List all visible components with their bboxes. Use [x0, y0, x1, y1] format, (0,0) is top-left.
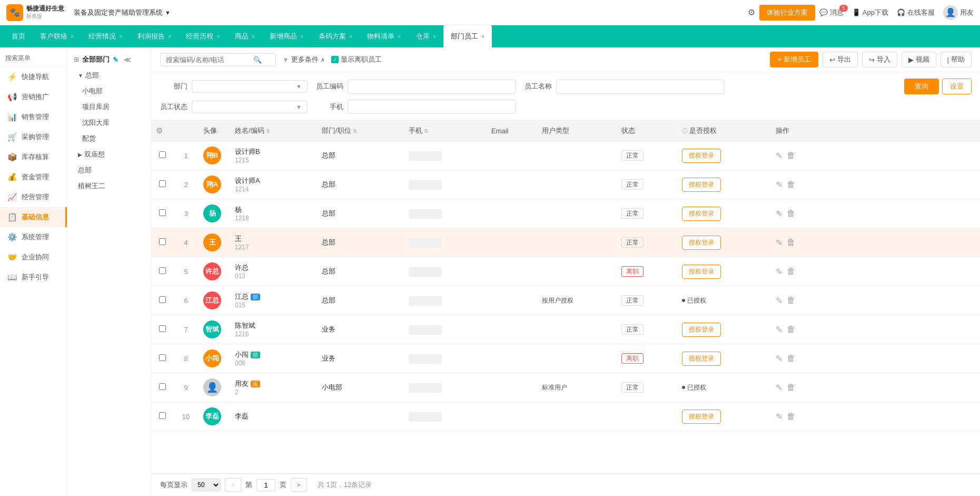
row-checkbox[interactable] [159, 412, 166, 419]
dept-item-shenyang[interactable]: 沈阳大库 [67, 115, 151, 131]
system-selector[interactable]: 装备及固定资产辅助管理系统 ▼ [74, 8, 739, 17]
message-button[interactable]: 💬 消息 5 [819, 8, 844, 17]
row-checkbox[interactable] [159, 325, 166, 332]
tab-business[interactable]: 经营情况 × [81, 25, 130, 47]
auth-button[interactable]: 授权登录 [682, 207, 721, 221]
delete-icon[interactable]: 🗑 [787, 296, 795, 305]
dept-item-xiaodibu[interactable]: 小电部 [67, 83, 151, 99]
sidebar-item-inventory[interactable]: 📦 库存核算 [0, 147, 67, 167]
tab-goods[interactable]: 商品 × [227, 25, 262, 47]
tab-bom[interactable]: 物料清单 × [360, 25, 408, 47]
close-icon[interactable]: × [216, 33, 220, 40]
delete-icon[interactable]: 🗑 [787, 267, 795, 276]
search-input[interactable] [166, 56, 250, 64]
dept-item-peihuo[interactable]: 配货 [67, 131, 151, 147]
video-button[interactable]: ▶ 视频 [902, 52, 936, 67]
close-icon[interactable]: × [398, 33, 401, 40]
close-icon[interactable]: × [433, 33, 436, 40]
delete-icon[interactable]: 🗑 [787, 209, 795, 218]
close-icon[interactable]: × [119, 33, 122, 40]
sort-icon[interactable]: ⇅ [266, 128, 270, 134]
tab-warehouse[interactable]: 仓库 × [409, 25, 443, 47]
export-button[interactable]: ↩ 导出 [823, 52, 858, 67]
settings-button[interactable]: 设置 [942, 79, 972, 94]
edit-icon[interactable]: ✎ [776, 354, 783, 364]
tab-employees[interactable]: 部门员工 × [443, 25, 492, 47]
sidebar-item-purchase[interactable]: 🛒 采购管理 [0, 127, 67, 147]
close-icon[interactable]: × [349, 33, 352, 40]
edit-icon[interactable]: ✎ [776, 209, 783, 219]
delete-icon[interactable]: 🗑 [787, 412, 795, 421]
sidebar-item-quick-nav[interactable]: ⚡ 快捷导航 [0, 67, 67, 87]
row-checkbox[interactable] [159, 180, 166, 187]
tab-profit[interactable]: 利润报告 × [130, 25, 179, 47]
tab-barcode[interactable]: 条码方案 × [311, 25, 360, 47]
sidebar-item-enterprise[interactable]: 🤝 企业协同 [0, 247, 67, 267]
dept-select[interactable]: ▼ [192, 80, 308, 93]
query-button[interactable]: 查询 [904, 79, 939, 94]
employee-code-input[interactable] [348, 80, 516, 94]
gear-icon[interactable]: ⚙ [156, 126, 163, 135]
edit-icon[interactable]: ✎ [776, 383, 783, 393]
edit-icon[interactable]: ✎ [776, 412, 783, 422]
sidebar-item-business-mgmt[interactable]: 📈 经营管理 [0, 187, 67, 207]
delete-icon[interactable]: 🗑 [787, 151, 795, 160]
sidebar-item-marketing[interactable]: 📢 营销推广 [0, 87, 67, 107]
sidebar-item-basic[interactable]: 📋 基础信息 [0, 207, 67, 227]
dept-item-xiangmukufang[interactable]: 项目库房 [67, 99, 151, 115]
sidebar-item-guide[interactable]: 📖 新手引导 [0, 267, 67, 287]
row-checkbox[interactable] [159, 238, 166, 245]
import-button[interactable]: ↪ 导入 [862, 52, 897, 67]
edit-icon[interactable]: ✎ [776, 151, 783, 161]
auth-button[interactable]: 授权登录 [682, 265, 721, 279]
sidebar-item-finance[interactable]: 💰 资金管理 [0, 167, 67, 187]
dept-item-shuangmiaoxiang[interactable]: ▶ 双庙想 [67, 147, 151, 162]
more-filters-button[interactable]: ▼ 更多条件 ∧ [282, 55, 325, 64]
show-resigned-checkbox[interactable]: ✓ 显示离职员工 [331, 55, 382, 64]
trial-button[interactable]: 体验行业方案 [759, 5, 815, 21]
gear-icon[interactable]: ⚙ [748, 7, 755, 17]
sidebar-item-system[interactable]: ⚙️ 系统管理 [0, 227, 67, 247]
status-select[interactable]: ▼ [192, 101, 308, 113]
help-button[interactable]: | 帮助 [941, 52, 972, 67]
close-icon[interactable]: × [168, 33, 171, 40]
page-number-input[interactable] [256, 479, 275, 491]
auth-button[interactable]: 授权登录 [682, 352, 721, 366]
row-checkbox[interactable] [159, 267, 166, 274]
close-icon[interactable]: × [481, 33, 484, 40]
next-page-button[interactable]: ＞ [291, 478, 307, 492]
row-checkbox[interactable] [159, 354, 166, 361]
delete-icon[interactable]: 🗑 [787, 383, 795, 392]
prev-page-button[interactable]: ＜ [225, 478, 241, 492]
edit-icon[interactable]: ✎ [776, 238, 783, 248]
sidebar-item-sales[interactable]: 📊 销售管理 [0, 107, 67, 127]
delete-icon[interactable]: 🗑 [787, 325, 795, 334]
dept-item-zhishu[interactable]: 植树王二 [67, 178, 151, 194]
app-download-button[interactable]: 📱 App下载 [852, 8, 888, 17]
auth-button[interactable]: 授权登录 [682, 149, 721, 163]
tab-home[interactable]: 首页 [4, 25, 33, 47]
auth-button[interactable]: 授权登录 [682, 236, 721, 250]
row-checkbox[interactable] [159, 383, 166, 390]
edit-icon[interactable]: ✎ [776, 296, 783, 306]
employee-name-input[interactable] [556, 80, 725, 94]
collapse-btn[interactable]: ≪ [124, 56, 131, 64]
close-icon[interactable]: × [252, 33, 255, 40]
phone-input[interactable] [348, 100, 516, 114]
close-icon[interactable]: × [300, 33, 303, 40]
edit-icon[interactable]: ✎ [776, 325, 783, 335]
auth-button[interactable]: 授权登录 [682, 323, 721, 337]
row-checkbox[interactable] [159, 296, 166, 303]
dept-item-zongbu2[interactable]: 总部 [67, 162, 151, 178]
edit-icon[interactable]: ✎ [776, 267, 783, 277]
sort-icon[interactable]: ⇅ [424, 128, 428, 134]
user-menu[interactable]: 👤 用友 [943, 5, 974, 20]
close-icon[interactable]: × [71, 33, 74, 40]
sort-icon[interactable]: ⇅ [353, 128, 357, 134]
edit-icon[interactable]: ✎ [776, 180, 783, 190]
row-checkbox[interactable] [159, 151, 166, 158]
add-employee-button[interactable]: + 新增员工 [770, 52, 818, 67]
tab-new-goods[interactable]: 新增商品 × [262, 25, 311, 47]
delete-icon[interactable]: 🗑 [787, 354, 795, 363]
tab-customer[interactable]: 客户联络 × [33, 25, 81, 47]
